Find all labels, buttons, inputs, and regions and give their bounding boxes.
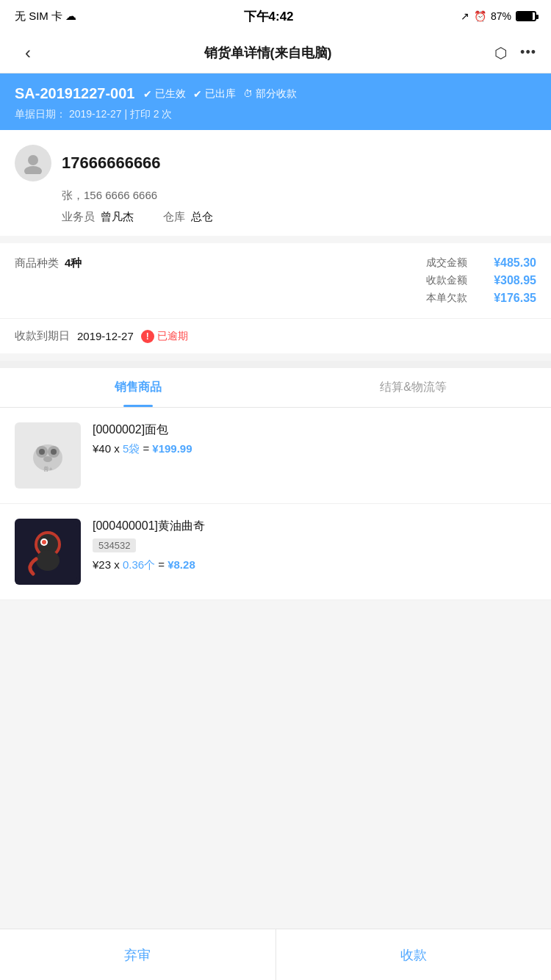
tab-products[interactable]: 销售商品 <box>0 368 276 407</box>
amount-row-2: 收款金额 ¥308.95 <box>426 274 536 287</box>
status-active: ✔ 已生效 <box>143 87 186 101</box>
svg-point-6 <box>51 449 57 455</box>
nav-bar: ‹ 销货单详情(来自电脑) ⬡ ••• <box>0 32 551 73</box>
status-partial: ⏱ 部分收款 <box>243 87 297 101</box>
svg-point-7 <box>43 456 52 462</box>
summary-left: 商品种类 4种 <box>15 256 82 270</box>
salesperson-label: 业务员 <box>62 210 95 224</box>
warehouse-label: 仓库 <box>163 210 185 224</box>
multiply-sign-1: x <box>114 442 123 455</box>
amount-value-1: ¥485.30 <box>478 256 536 270</box>
order-id: SA-20191227-001 <box>15 85 134 102</box>
nav-actions: ⬡ ••• <box>494 44 536 62</box>
customer-section: 17666666666 张，156 6666 6666 业务员 曾凡杰 仓库 总… <box>0 130 551 236</box>
svg-text:兽+: 兽+ <box>43 466 53 472</box>
order-date-row: 单据日期： 2019-12-27 | 打印 2 次 <box>15 108 536 121</box>
status-bar: 无 SIM 卡 ☁ 下午4:42 ↗ ⏰ 87% <box>0 0 551 32</box>
bottom-bar: 弃审 收款 <box>0 929 551 980</box>
customer-meta: 业务员 曾凡杰 仓库 总仓 <box>15 210 536 224</box>
status-shipped: ✔ 已出库 <box>193 87 236 101</box>
warehouse-value: 总仓 <box>191 210 213 224</box>
print-info: | 打印 2 次 <box>124 108 172 120</box>
check-icon-2: ✔ <box>193 88 202 100</box>
clock-icon: ⏱ <box>243 88 253 99</box>
product-sku-2: 534532 <box>93 538 136 552</box>
status-left: 无 SIM 卡 ☁ <box>15 10 76 24</box>
amount-label-1: 成交金额 <box>426 256 467 270</box>
overdue-text: 已逾期 <box>157 330 188 343</box>
due-date-value: 2019-12-27 <box>77 330 134 342</box>
overdue-icon: ! <box>141 330 154 343</box>
svg-point-0 <box>28 155 38 165</box>
more-icon[interactable]: ••• <box>520 45 536 60</box>
product-total-1: ¥199.99 <box>152 442 192 455</box>
amount-value-2: ¥308.95 <box>478 274 536 287</box>
list-item: 兽+ [0000002]面包 ¥40 x 5袋 = ¥199.99 <box>0 408 551 504</box>
svg-point-5 <box>39 449 45 455</box>
types-value: 4种 <box>65 256 82 270</box>
product-qty-2: 0.36个 <box>123 558 155 571</box>
multiply-sign-2: x <box>114 558 123 571</box>
due-date-section: 收款到期日 2019-12-27 ! 已逾期 <box>0 318 551 353</box>
avatar <box>15 145 51 181</box>
list-item: [000400001]黄油曲奇 534532 ¥23 x 0.36个 = ¥8.… <box>0 504 551 600</box>
product-info-2: [000400001]黄油曲奇 534532 ¥23 x 0.36个 = ¥8.… <box>93 519 536 572</box>
svg-point-14 <box>36 550 60 571</box>
order-date: 2019-12-27 <box>69 108 122 120</box>
product-price-2: ¥23 x 0.36个 = ¥8.28 <box>93 558 536 572</box>
confirm-button[interactable]: 收款 <box>276 929 552 980</box>
product-base-price-2: ¥23 <box>93 558 111 571</box>
product-thumbnail-1: 兽+ <box>15 422 81 489</box>
amount-value-3: ¥176.35 <box>478 292 536 305</box>
alarm-icon: ⏰ <box>474 10 486 22</box>
product-qty-1: 5袋 <box>123 442 140 455</box>
summary-amounts: 成交金额 ¥485.30 收款金额 ¥308.95 本单欠款 ¥176.35 <box>426 256 536 305</box>
amount-label-2: 收款金额 <box>426 274 467 287</box>
share-icon[interactable]: ⬡ <box>494 44 507 62</box>
svg-point-1 <box>24 166 42 174</box>
location-icon: ↗ <box>461 10 469 22</box>
back-button[interactable]: ‹ <box>15 40 41 66</box>
status-time: 下午4:42 <box>244 8 294 25</box>
product-base-price-1: ¥40 <box>93 442 111 455</box>
overdue-badge: ! 已逾期 <box>141 330 188 343</box>
product-thumbnail-2 <box>15 519 81 585</box>
date-label: 单据日期： <box>15 108 66 120</box>
types-label: 商品种类 <box>15 256 59 270</box>
product-name-2: [000400001]黄油曲奇 <box>93 519 536 534</box>
amount-row-1: 成交金额 ¥485.30 <box>426 256 536 270</box>
salesperson-value: 曾凡杰 <box>101 210 134 224</box>
amount-label-3: 本单欠款 <box>426 292 467 305</box>
check-icon-1: ✔ <box>143 88 152 100</box>
status-right: ↗ ⏰ 87% <box>461 10 536 22</box>
battery-icon <box>516 11 536 21</box>
section-divider <box>0 361 551 368</box>
svg-point-13 <box>42 540 46 544</box>
page-title: 销货单详情(来自电脑) <box>204 44 332 62</box>
product-types: 商品种类 4种 <box>15 256 82 270</box>
amount-row-3: 本单欠款 ¥176.35 <box>426 292 536 305</box>
customer-name: 张，156 6666 6666 <box>15 189 536 203</box>
cancel-button[interactable]: 弃审 <box>0 929 276 980</box>
status-tags: ✔ 已生效 ✔ 已出库 ⏱ 部分收款 <box>143 87 297 101</box>
product-price-1: ¥40 x 5袋 = ¥199.99 <box>93 442 536 456</box>
battery-percent: 87% <box>491 10 511 22</box>
equals-sign-2: = <box>158 558 168 571</box>
tabs-bar: 销售商品 结算&物流等 <box>0 368 551 408</box>
product-info-1: [0000002]面包 ¥40 x 5袋 = ¥199.99 <box>93 422 536 456</box>
warehouse-info: 仓库 总仓 <box>163 210 213 224</box>
summary-section: 商品种类 4种 成交金额 ¥485.30 收款金额 ¥308.95 本单欠款 ¥… <box>0 243 551 318</box>
tab-settlement[interactable]: 结算&物流等 <box>276 368 551 407</box>
due-label: 收款到期日 <box>15 329 70 343</box>
equals-sign-1: = <box>143 442 152 455</box>
customer-phone: 17666666666 <box>62 154 161 173</box>
product-list: 兽+ [0000002]面包 ¥40 x 5袋 = ¥199.99 <box>0 408 551 600</box>
product-total-2: ¥8.28 <box>168 558 195 571</box>
salesperson-info: 业务员 曾凡杰 <box>62 210 134 224</box>
product-name-1: [0000002]面包 <box>93 422 536 438</box>
order-header-banner: SA-20191227-001 ✔ 已生效 ✔ 已出库 ⏱ 部分收款 单据日期：… <box>0 73 551 130</box>
